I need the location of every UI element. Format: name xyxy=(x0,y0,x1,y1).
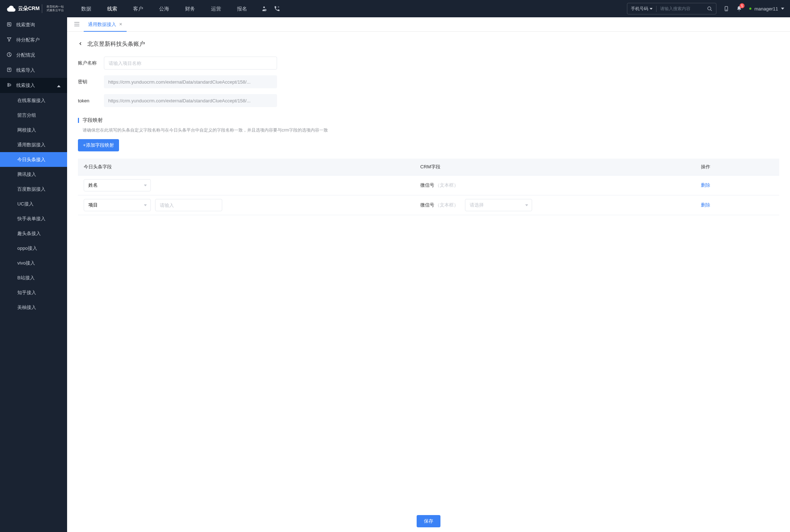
account-name-label: 账户名称 xyxy=(78,60,104,66)
svg-point-0 xyxy=(263,6,265,8)
search-box: 手机号码 xyxy=(627,3,716,14)
logo-sub-1: 教育机构一站 xyxy=(47,5,64,9)
sidebar-sub-item-3[interactable]: 通用数据接入 xyxy=(0,137,67,152)
crm-field-hint: （文本框） xyxy=(435,182,458,188)
sidebar-item-1[interactable]: 待分配客户 xyxy=(0,32,67,48)
key-value: https://crm.yunduocrm.com/externalData/s… xyxy=(104,75,277,88)
crm-field-hint: （文本框） xyxy=(435,202,458,208)
sidebar-item-label: 分配情况 xyxy=(16,52,35,58)
main-nav: 数据线索客户公海财务运营报名 xyxy=(75,0,254,17)
sidebar-sub-item-10[interactable]: oppo接入 xyxy=(0,241,67,256)
filter-icon xyxy=(6,37,12,43)
user-add-icon[interactable] xyxy=(261,5,267,12)
pie-icon xyxy=(6,52,12,58)
sidebar-sub-item-2[interactable]: 网校接入 xyxy=(0,123,67,137)
token-label: token xyxy=(78,98,104,103)
nav-item-1[interactable]: 线索 xyxy=(101,0,124,17)
nav-item-0[interactable]: 数据 xyxy=(75,0,98,17)
nav-item-5[interactable]: 运营 xyxy=(205,0,228,17)
chevron-up-icon xyxy=(57,83,61,88)
sidebar: 线索查询待分配客户分配情况线索导入线索接入在线客服接入留言分组网校接入通用数据接… xyxy=(0,17,67,532)
page-title: 北京昱新科技头条账户 xyxy=(87,40,145,48)
close-icon[interactable]: ✕ xyxy=(119,22,122,27)
sidebar-sub-item-14[interactable]: 美柚接入 xyxy=(0,300,67,315)
toutiao-field-select[interactable]: 项目 xyxy=(84,199,151,211)
crm-field-label: 微信号 xyxy=(420,182,434,188)
sidebar-item-label: 线索导入 xyxy=(16,67,35,74)
nav-item-6[interactable]: 报名 xyxy=(231,0,254,17)
sidebar-sub-item-8[interactable]: 快手表单接入 xyxy=(0,211,67,226)
svg-point-2 xyxy=(708,6,711,10)
user-menu[interactable]: manager11 xyxy=(749,6,784,12)
logo-text: 云朵CRM xyxy=(18,5,40,12)
delete-button[interactable]: 删除 xyxy=(701,182,710,188)
sidebar-item-0[interactable]: 线索查询 xyxy=(0,17,67,32)
sidebar-item-2[interactable]: 分配情况 xyxy=(0,48,67,63)
sidebar-sub-item-1[interactable]: 留言分组 xyxy=(0,108,67,123)
plug-icon xyxy=(6,82,12,89)
phone-icon[interactable] xyxy=(274,5,280,12)
toutiao-field-select[interactable]: 姓名 xyxy=(84,179,151,191)
user-name: manager11 xyxy=(754,6,778,12)
mobile-icon[interactable] xyxy=(724,5,729,12)
search-button[interactable] xyxy=(703,3,716,14)
sidebar-item-label: 线索接入 xyxy=(16,82,35,89)
search-icon xyxy=(6,22,12,28)
nav-item-2[interactable]: 客户 xyxy=(127,0,150,17)
logo-sub-2: 式服务云平台 xyxy=(47,9,64,12)
save-button[interactable]: 保存 xyxy=(417,515,440,527)
svg-point-9 xyxy=(8,83,9,85)
back-button[interactable] xyxy=(78,41,83,48)
section-bar-icon xyxy=(78,118,79,123)
account-name-input[interactable] xyxy=(104,57,277,70)
svg-point-4 xyxy=(726,10,727,10)
tab-label: 通用数据接入 xyxy=(88,21,116,28)
tabs-bar: 通用数据接入✕ xyxy=(67,17,790,32)
sidebar-sub-item-6[interactable]: 百度数据接入 xyxy=(0,182,67,196)
add-mapping-button[interactable]: +添加字段映射 xyxy=(78,139,119,151)
export-icon xyxy=(6,67,12,74)
sidebar-sub-item-9[interactable]: 趣头条接入 xyxy=(0,226,67,241)
tabs-collapse-icon[interactable] xyxy=(70,21,84,28)
table-header-crm: CRM字段 xyxy=(414,159,695,176)
sidebar-sub-item-5[interactable]: 腾讯接入 xyxy=(0,167,67,182)
key-label: 密钥 xyxy=(78,79,104,85)
token-value: https://crm.yunduocrm.com/externalData/s… xyxy=(104,94,277,107)
table-row: 项目微信号（文本框）请选择删除 xyxy=(78,195,779,215)
notification-badge: 5 xyxy=(739,3,745,8)
tab-0[interactable]: 通用数据接入✕ xyxy=(84,17,127,32)
sidebar-item-label: 待分配客户 xyxy=(16,37,40,43)
sidebar-sub-item-7[interactable]: UC接入 xyxy=(0,196,67,211)
sidebar-sub-item-0[interactable]: 在线客服接入 xyxy=(0,93,67,108)
logo: 云朵CRM 教育机构一站 式服务云平台 xyxy=(6,4,64,14)
svg-rect-5 xyxy=(8,23,11,26)
table-header-toutiao: 今日头条字段 xyxy=(78,159,414,176)
logo-divider xyxy=(42,4,42,13)
search-type-dropdown[interactable]: 手机号码 xyxy=(627,6,657,12)
svg-point-10 xyxy=(8,85,9,87)
sidebar-item-4[interactable]: 线索接入 xyxy=(0,78,67,93)
table-header-action: 操作 xyxy=(695,159,779,176)
nav-item-4[interactable]: 财务 xyxy=(179,0,202,17)
delete-button[interactable]: 删除 xyxy=(701,202,710,208)
crm-field-select[interactable]: 请选择 xyxy=(465,199,532,211)
section-description: 请确保您在此填写的头条自定义字段名称与在今日头条平台中自定义的字段名称一致，并且… xyxy=(83,127,779,133)
sidebar-sub-item-4[interactable]: 今日头条接入 xyxy=(0,152,67,167)
section-title: 字段映射 xyxy=(83,117,103,124)
sidebar-item-3[interactable]: 线索导入 xyxy=(0,63,67,78)
sidebar-item-label: 线索查询 xyxy=(16,22,35,28)
cloud-logo-icon xyxy=(6,4,16,14)
sidebar-sub-item-11[interactable]: vivo接入 xyxy=(0,256,67,270)
crm-field-label: 微信号 xyxy=(420,202,434,208)
top-header: 云朵CRM 教育机构一站 式服务云平台 数据线索客户公海财务运营报名 手机号码 xyxy=(0,0,790,17)
svg-point-6 xyxy=(8,23,10,25)
table-row: 姓名微信号（文本框）删除 xyxy=(78,176,779,195)
status-dot-icon xyxy=(749,8,751,10)
sidebar-sub-item-12[interactable]: B站接入 xyxy=(0,270,67,285)
sidebar-sub-item-13[interactable]: 知乎接入 xyxy=(0,285,67,300)
mapping-table: 今日头条字段 CRM字段 操作 姓名微信号（文本框）删除项目微信号（文本框）请选… xyxy=(78,159,779,215)
notification-bell[interactable]: 5 xyxy=(736,5,742,12)
nav-item-3[interactable]: 公海 xyxy=(153,0,176,17)
search-input[interactable] xyxy=(657,3,703,14)
extra-input[interactable] xyxy=(155,199,222,211)
